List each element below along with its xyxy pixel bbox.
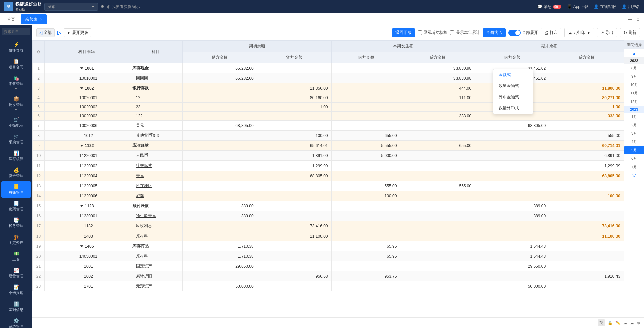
sidebar: ⚡ 快捷导航 📋 项目合同 🛍️ 零售管理 ▼ 📦 批发管理 ▼ 🛒 小畅电商 (0, 25, 32, 328)
lang-icon[interactable]: 英 (598, 319, 605, 326)
dropdown-item-qty-foreign[interactable]: 数量外币式 (493, 103, 533, 114)
tab-bar-expand-icon[interactable]: ⊡ (635, 16, 641, 23)
account-name-cell[interactable]: 122 (129, 112, 182, 121)
table-row: 16 11230001 预付款美元 389.00 389.00 (33, 211, 624, 221)
refresh-btn[interactable]: ↻ 刷新 (620, 28, 640, 37)
filter-all-tag[interactable]: ◁ 全部 (36, 28, 55, 37)
settings-header[interactable]: ⚙ (33, 41, 45, 63)
cp-debit-cell (331, 231, 400, 241)
settings-gear-icon[interactable]: ⚙ (101, 4, 104, 9)
sidebar-item-capital[interactable]: 💰 资金管理 (1, 165, 31, 181)
period-month-may[interactable]: 5月 (624, 146, 644, 154)
sidebar-item-inventory[interactable]: 📊 库存核算 (1, 148, 31, 164)
period-nav-down[interactable]: ▽ (624, 171, 644, 179)
dropdown-item-amount[interactable]: 金额式 (493, 69, 533, 80)
sidebar-item-retail[interactable]: 🛍️ 零售管理 ▼ (1, 73, 31, 93)
cloud-icon-1[interactable]: ☁ (623, 321, 627, 325)
sidebar-item-purchase[interactable]: 🛒 采购管理 (1, 131, 31, 147)
sidebar-item-tax[interactable]: 📑 税务管理 (1, 215, 31, 231)
ob-debit-cell (182, 103, 257, 112)
tab-balance-sheet[interactable]: 余额表 ✕ (21, 14, 47, 24)
header-search-box[interactable]: 搜索 ▼ (44, 3, 98, 11)
period-month-jul[interactable]: 7月 (624, 163, 644, 171)
expand-more-btn[interactable]: ▼ 展开更多 (64, 28, 91, 37)
tab-close-icon[interactable]: ✕ (40, 18, 42, 21)
show-ytd-checkbox[interactable]: 显示本年累计 (450, 30, 480, 36)
project-icon: 📋 (13, 59, 19, 64)
account-name-cell[interactable]: 美元 (129, 121, 182, 131)
return-old-version-btn[interactable]: 退回旧版 (392, 28, 415, 37)
dropdown-item-foreign-amount[interactable]: 外币金额式 (493, 91, 533, 103)
expand-all-toggle[interactable]: 全部展开 (508, 30, 538, 36)
sidebar-item-salary[interactable]: 💵 工资 (1, 248, 31, 265)
account-name-cell[interactable]: 人民币 (129, 151, 182, 161)
demo-link[interactable]: ◎ 我要看实例演示 (107, 4, 140, 10)
print-icon: 🖨 (544, 30, 548, 35)
amount-style-btn[interactable]: 金额式 ∧ (483, 28, 506, 37)
edit-icon[interactable]: ✏️ (615, 321, 621, 325)
sidebar-item-quick-nav[interactable]: ⚡ 快捷导航 (1, 39, 31, 56)
message-button[interactable]: 💬 消息 99+ (537, 4, 561, 10)
period-month-feb[interactable]: 2月 (624, 121, 644, 129)
tab-home[interactable]: 首页 (3, 14, 19, 24)
sidebar-search-input[interactable] (2, 28, 30, 35)
dropdown-item-qty-amount[interactable]: 数量金额式 (493, 80, 533, 91)
period-month-apr[interactable]: 4月 (624, 138, 644, 146)
sidebar-item-project[interactable]: 📋 项目合同 (1, 56, 31, 72)
sidebar-item-invoice[interactable]: 🧾 发票管理 (1, 198, 31, 214)
account-name-cell[interactable]: 往来标签 (129, 161, 182, 171)
period-month-jun[interactable]: 6月 (624, 154, 644, 163)
lock-icon[interactable]: 🔒 (608, 321, 613, 325)
online-service-button[interactable]: 👤 在线客服 (594, 4, 616, 10)
cp-debit-cell (331, 261, 400, 271)
cb-credit-cell (549, 281, 624, 291)
show-auxiliary-checkbox[interactable]: 显示辅助核算 (418, 30, 447, 36)
period-month-aug[interactable]: 8月 (624, 64, 644, 72)
sidebar-item-operations[interactable]: 📈 经营管理 (1, 265, 31, 281)
sidebar-item-ecommerce[interactable]: 🛒 小畅电商 (1, 114, 31, 131)
sidebar-item-system[interactable]: ⚙️ 系统管理 (1, 315, 31, 328)
period-month-oct[interactable]: 10月 (624, 81, 644, 89)
period-nav-up[interactable]: ▲ (624, 49, 644, 57)
period-month-mar[interactable]: 3月 (624, 129, 644, 138)
toggle-switch-control[interactable] (508, 30, 521, 36)
period-month-nov[interactable]: 11月 (624, 89, 644, 97)
account-name-cell[interactable]: 12 (129, 93, 182, 103)
sidebar-item-reports[interactable]: 📝 小畅报销 (1, 282, 31, 298)
account-code-cell: 11220005 (45, 181, 129, 191)
ob-credit-cell: 11,356.00 (257, 83, 331, 93)
table-row: 15 ▼ 1123 预付账款 389.00 389.00 (33, 201, 624, 211)
sidebar-item-accounting[interactable]: 📒 总账管理 (1, 181, 31, 198)
table-settings-icon[interactable]: ⚙ (37, 50, 40, 54)
filter-forward-arrow[interactable]: ▷ (57, 30, 61, 36)
table-container[interactable]: ⚙ 科目编码 科目 期初余额 本期发生额 期末余额 借方金额 贷方金额 借方金额 (32, 40, 624, 317)
account-name-cell[interactable]: 预付款美元 (129, 211, 182, 221)
account-name-cell[interactable]: 原材料 (129, 251, 182, 261)
account-name-cell[interactable]: 23 (129, 103, 182, 112)
period-month-sep[interactable]: 9月 (624, 72, 644, 81)
cloud-icon-2[interactable]: ☁ (630, 321, 634, 325)
add-icon[interactable]: ⊕ (637, 321, 640, 325)
sidebar-item-wholesale[interactable]: 📦 批发管理 ▼ (1, 93, 31, 114)
cp-credit-cell: 444.00 (400, 83, 475, 93)
row-no: 16 (33, 211, 45, 221)
account-name-cell[interactable]: 所在地区 (129, 181, 182, 191)
tab-bar-minimize-icon[interactable]: — (627, 16, 633, 23)
account-name-cell[interactable]: 美元 (129, 171, 182, 181)
tax-icon: 📑 (13, 217, 19, 223)
table-row: 11 11220002 往来标签 1,299.99 1,299.99 (33, 161, 624, 171)
row-no: 1 (33, 63, 45, 73)
app-download-button[interactable]: 📱 App下载 (567, 4, 588, 10)
account-name-cell[interactable]: 回回回 (129, 73, 182, 83)
cp-debit-cell (331, 103, 400, 112)
user-avatar[interactable]: 👤 用户名 (622, 4, 640, 10)
sidebar-item-assets[interactable]: 🏗️ 固定资产 (1, 232, 31, 248)
main-layout: ⚡ 快捷导航 📋 项目合同 🛍️ 零售管理 ▼ 📦 批发管理 ▼ 🛒 小畅电商 (0, 25, 644, 328)
period-month-jan[interactable]: 1月 (624, 113, 644, 121)
period-month-dec[interactable]: 12月 (624, 97, 644, 106)
cloud-print-btn[interactable]: ☁ 云打印 ▼ (564, 28, 594, 37)
account-name-cell[interactable]: 游戏 (129, 191, 182, 201)
sidebar-item-basic[interactable]: ℹ️ 基础信息 (1, 299, 31, 315)
print-btn[interactable]: 🖨 打印 (541, 28, 561, 37)
export-btn[interactable]: ↗ 导出 (597, 28, 617, 37)
